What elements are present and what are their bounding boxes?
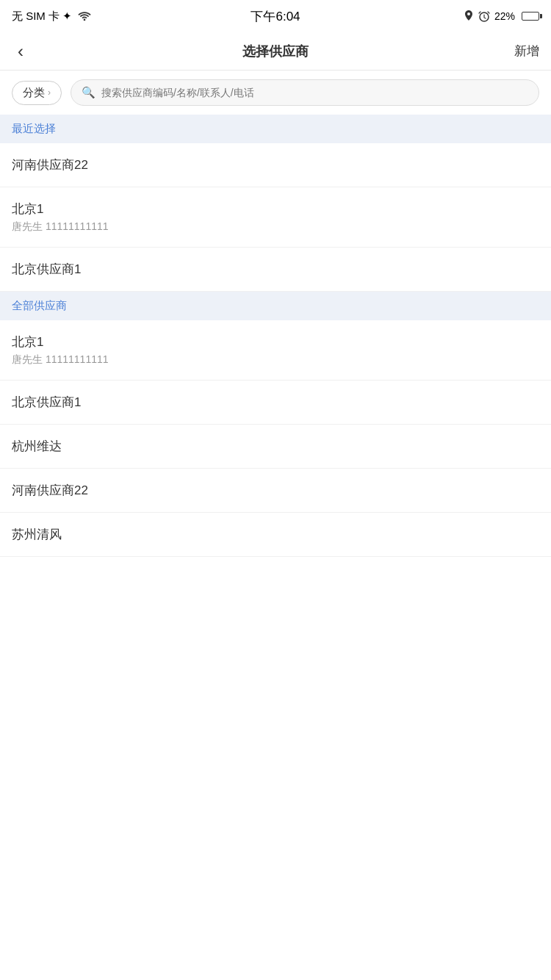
item-name: 苏州清风	[12, 526, 539, 543]
page-title: 选择供应商	[242, 43, 309, 60]
status-right: 22%	[464, 10, 539, 22]
list-item[interactable]: 北京供应商1	[0, 381, 551, 425]
list-item[interactable]: 北京1唐先生 11111111111	[0, 320, 551, 381]
item-sub: 唐先生 11111111111	[12, 353, 539, 367]
battery-percent: 22%	[494, 10, 515, 22]
category-label: 分类	[23, 86, 45, 100]
item-name: 河南供应商22	[12, 482, 539, 499]
item-name: 河南供应商22	[12, 156, 539, 173]
search-input[interactable]	[101, 87, 528, 98]
filter-bar: 分类 › 🔍	[0, 71, 551, 115]
list-item[interactable]: 河南供应商22	[0, 143, 551, 187]
status-time: 下午6:04	[251, 8, 300, 25]
list-item[interactable]: 河南供应商22	[0, 469, 551, 513]
recent-section-label: 最近选择	[12, 122, 56, 134]
status-bar: 无 SIM 卡 ✦ 下午6:04 22%	[0, 0, 551, 32]
list-item[interactable]: 苏州清风	[0, 513, 551, 557]
nav-bar: ‹ 选择供应商 新增	[0, 32, 551, 71]
item-name: 北京供应商1	[12, 394, 539, 411]
search-box[interactable]: 🔍	[71, 79, 539, 106]
all-section-header: 全部供应商	[0, 292, 551, 320]
item-name: 北京1	[12, 334, 539, 350]
list-item[interactable]: 北京1唐先生 11111111111	[0, 187, 551, 248]
item-sub: 唐先生 11111111111	[12, 220, 539, 234]
recent-items-list: 河南供应商22北京1唐先生 11111111111北京供应商1	[0, 143, 551, 292]
chevron-right-icon: ›	[48, 87, 51, 98]
item-name: 杭州维达	[12, 438, 539, 455]
list-item[interactable]: 北京供应商1	[0, 248, 551, 292]
back-button[interactable]: ‹	[12, 38, 29, 65]
battery-icon	[519, 12, 539, 21]
status-left: 无 SIM 卡 ✦	[12, 10, 91, 24]
wifi-icon	[78, 11, 91, 21]
alarm-icon	[478, 10, 490, 22]
recent-section-header: 最近选择	[0, 115, 551, 143]
category-filter-button[interactable]: 分类 ›	[12, 81, 62, 105]
search-icon: 🔍	[82, 86, 96, 99]
item-name: 北京1	[12, 201, 539, 217]
list-item[interactable]: 杭州维达	[0, 425, 551, 469]
all-items-list: 北京1唐先生 11111111111北京供应商1杭州维达河南供应商22苏州清风	[0, 320, 551, 557]
all-section-label: 全部供应商	[12, 299, 67, 311]
sim-status: 无 SIM 卡 ✦	[12, 10, 72, 24]
item-name: 北京供应商1	[12, 261, 539, 278]
location-icon	[464, 10, 474, 22]
new-supplier-button[interactable]: 新增	[514, 43, 539, 60]
